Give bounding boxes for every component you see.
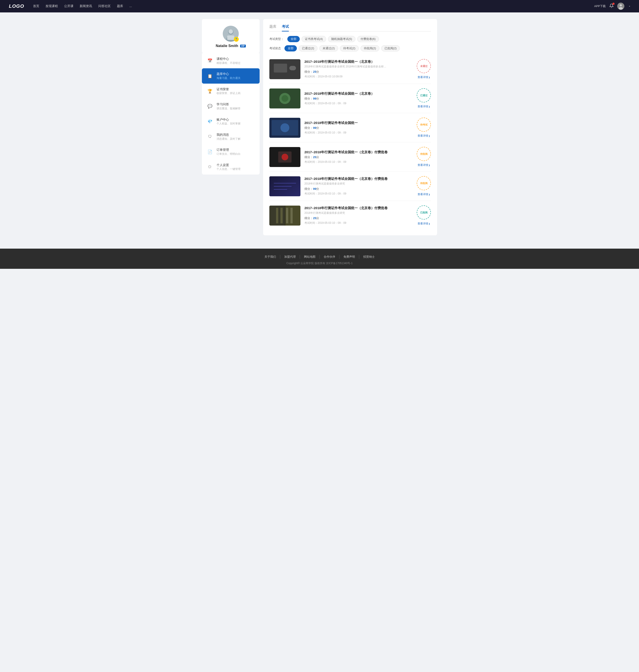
profile-avatar-wrap: 🏅 <box>223 26 239 42</box>
exam-stamp-exam-1: 未通过 <box>417 59 431 73</box>
sidebar-profile: 🏅 Natalie Smith VIP <box>202 19 260 53</box>
menu-desc-question-bank: 海量习题、助力通关 <box>217 76 255 80</box>
exam-item-exam-1: 2017–2018年行测证件考试全国统一（北京卷） 2018年行测考试是最值得多… <box>269 54 431 84</box>
menu-title-course-center: 课程中心 <box>217 57 255 61</box>
exam-type-filter-all[interactable]: 全部 <box>287 36 300 42</box>
svg-point-1 <box>620 4 622 6</box>
exam-status-filter-pending-review[interactable]: 待批阅(2) <box>361 45 379 51</box>
menu-icon-certificates: 🏆 <box>206 87 214 95</box>
sidebar-item-question-bank[interactable]: 📋 题库中心 海量习题、助力通关 <box>202 68 260 83</box>
svg-rect-29 <box>280 208 283 223</box>
menu-desc-certificates: 收获荣誉、持证上岗 <box>217 91 255 95</box>
exam-desc-exam-5: 2018年行测考试是最值得多去研究 <box>305 182 389 186</box>
nav-link-公开课[interactable]: 公开课 <box>64 4 74 8</box>
svg-rect-24 <box>274 189 287 190</box>
menu-title-orders: 订单管理 <box>217 148 255 152</box>
exam-info-exam-4: 2017–2018年行测证件考试全国统一（北京卷）付费批卷 得分：25分 考试时… <box>305 150 413 164</box>
svg-point-6 <box>229 29 233 34</box>
menu-desc-account: 个人权益、实时掌握 <box>217 122 255 126</box>
menu-title-question-bank: 题库中心 <box>217 72 255 76</box>
question-bank-tab[interactable]: 题库 <box>269 25 277 31</box>
menu-desc-course-center: 精彩课程、不容错过 <box>217 61 255 65</box>
view-detail-btn-exam-3[interactable]: 查看详情 ❯ <box>418 134 430 138</box>
exam-title-exam-3: 2017–2018年行测证件考试全国统一 <box>305 121 413 125</box>
footer-links: 关于我们加盟代理网站地图合作伙伴免费声明招贤纳士 <box>0 255 639 259</box>
exam-info-exam-1: 2017–2018年行测证件考试全国统一（北京卷） 2018年行测考试是最值得多… <box>305 60 413 79</box>
notification-bell[interactable] <box>609 3 614 9</box>
exam-tab[interactable]: 考试 <box>282 25 289 31</box>
exam-score-exam-6: 得分：25分 <box>305 216 413 220</box>
exam-thumb-exam-5 <box>269 176 300 196</box>
sidebar-item-settings[interactable]: ⚙ 个人设置 个人信息、一键管理 <box>202 159 260 175</box>
sidebar-item-certificates[interactable]: 🏆 证书荣誉 收获荣誉、持证上岗 <box>202 84 260 99</box>
exam-status-filter-failed[interactable]: 未通过(2) <box>319 45 338 51</box>
menu-title-settings: 个人设置 <box>217 163 255 167</box>
exam-item-exam-2: 2017–2018年行测证件考试全国统一（北京卷） 得分：99分 考试时间：20… <box>269 84 431 113</box>
footer-link-关于我们[interactable]: 关于我们 <box>261 255 280 259</box>
exam-type-filters: 全部证书类考试(4)随机抽题考试(5)付费批卷(6) <box>287 36 379 42</box>
exam-status-filter-reviewed[interactable]: 已批阅(2) <box>381 45 400 51</box>
exam-type-filter-cert[interactable]: 证书类考试(4) <box>301 36 326 42</box>
sidebar-item-account[interactable]: 💎 账户中心 个人权益、实时掌握 <box>202 114 260 129</box>
view-detail-btn-exam-2[interactable]: 查看详情 ❯ <box>418 105 430 109</box>
exam-time-exam-2: 考试时间：2019-05-03 10：09：09 <box>305 101 413 105</box>
exam-status-filter-row: 考试状态 全部已通过(2)未通过(2)待考试(2)待批阅(2)已批阅(2) <box>269 45 431 51</box>
sidebar-item-course-center[interactable]: 📅 课程中心 精彩课程、不容错过 <box>202 53 260 68</box>
exam-thumb-exam-6 <box>269 206 300 226</box>
footer-link-加盟代理[interactable]: 加盟代理 <box>280 255 300 259</box>
menu-title-qa: 学习问答 <box>217 102 255 107</box>
footer-copyright: Copyright® 云朵商学院 版权所有 京ICP备17051340号-1 <box>0 261 639 265</box>
nav-link-...[interactable]: ... <box>129 4 132 8</box>
menu-icon-account: 💎 <box>206 118 214 125</box>
app-download-link[interactable]: APP下载 <box>594 4 606 8</box>
exam-status-filter-pending[interactable]: 待考试(2) <box>340 45 359 51</box>
nav-link-首页[interactable]: 首页 <box>33 4 39 8</box>
exam-score-exam-4: 得分：25分 <box>305 155 413 159</box>
footer-link-网站地图[interactable]: 网站地图 <box>300 255 320 259</box>
content-area: 题库考试 考试类型： 全部证书类考试(4)随机抽题考试(5)付费批卷(6) 考试… <box>263 19 437 235</box>
sidebar-item-orders[interactable]: 📄 订单管理 订单支出、明明白白 <box>202 144 260 159</box>
exam-thumb-exam-2 <box>269 89 300 109</box>
svg-rect-9 <box>274 64 287 73</box>
exam-title-exam-5: 2017–2018年行测证件考试全国统一（北京卷）付费批卷 <box>305 177 413 181</box>
exam-type-filter-paid[interactable]: 付费批卷(6) <box>357 36 379 42</box>
exam-status-filters: 全部已通过(2)未通过(2)待考试(2)待批阅(2)已批阅(2) <box>284 45 400 51</box>
exam-actions-exam-2: 已通过 查看详情 ❯ <box>417 88 431 109</box>
nav-link-题库[interactable]: 题库 <box>117 4 123 8</box>
view-detail-btn-exam-5[interactable]: 查看详情 ❯ <box>418 192 430 196</box>
view-detail-btn-exam-1[interactable]: 查看详情 ❯ <box>418 76 430 79</box>
sidebar-item-qa[interactable]: 💬 学习问答 课后重温、疑难解答 <box>202 99 260 114</box>
exam-time-exam-6: 考试时间：2019-05-03 10：09：09 <box>305 221 413 225</box>
nav-link-问答社区[interactable]: 问答社区 <box>98 4 111 8</box>
nav-link-发现课程[interactable]: 发现课程 <box>46 4 58 8</box>
main-wrapper: 🏅 Natalie Smith VIP 📅 课程中心 精彩课程、不容错过 📋 题… <box>202 12 437 249</box>
nav-link-新闻资讯[interactable]: 新闻资讯 <box>80 4 92 8</box>
exam-type-label: 考试类型： <box>269 37 284 41</box>
view-detail-btn-exam-4[interactable]: 查看详情 ❯ <box>418 163 430 167</box>
logo[interactable]: LOGO <box>9 3 24 9</box>
user-avatar[interactable] <box>617 3 624 10</box>
exam-status-filter-all[interactable]: 全部 <box>284 45 297 51</box>
exam-status-filter-passed[interactable]: 已通过(2) <box>299 45 317 51</box>
notification-badge <box>612 3 614 5</box>
exam-actions-exam-5: 待批阅 查看详情 ❯ <box>417 176 431 196</box>
exam-actions-exam-1: 未通过 查看详情 ❯ <box>417 59 431 79</box>
view-detail-btn-exam-6[interactable]: 查看详情 ❯ <box>418 222 430 226</box>
footer-link-合作伙伴[interactable]: 合作伙伴 <box>320 255 340 259</box>
svg-rect-28 <box>276 208 278 223</box>
svg-point-19 <box>282 154 288 160</box>
exam-time-exam-1: 考试时间：2019-05-03 10:09:09 <box>305 75 413 79</box>
exam-score-exam-2: 得分：99分 <box>305 97 413 101</box>
svg-point-16 <box>280 123 289 132</box>
menu-icon-messages: 🗨 <box>206 133 214 140</box>
user-dropdown-arrow[interactable]: ▾ <box>629 5 630 8</box>
footer-link-招贤纳士[interactable]: 招贤纳士 <box>359 255 379 259</box>
exam-type-filter-random[interactable]: 随机抽题考试(5) <box>328 36 356 42</box>
svg-point-2 <box>619 7 623 10</box>
footer-link-免费声明[interactable]: 免费声明 <box>340 255 359 259</box>
exam-title-exam-2: 2017–2018年行测证件考试全国统一（北京卷） <box>305 92 413 96</box>
exam-item-exam-4: 2017–2018年行测证件考试全国统一（北京卷）付费批卷 得分：25分 考试时… <box>269 142 431 172</box>
nav-links: 首页发现课程公开课新闻资讯问答社区题库... <box>33 4 594 8</box>
sidebar-item-messages[interactable]: 🗨 我的消息 消息通知、及时了解 <box>202 129 260 144</box>
exam-info-exam-3: 2017–2018年行测证件考试全国统一 得分：99分 考试时间：2019-05… <box>305 121 413 134</box>
